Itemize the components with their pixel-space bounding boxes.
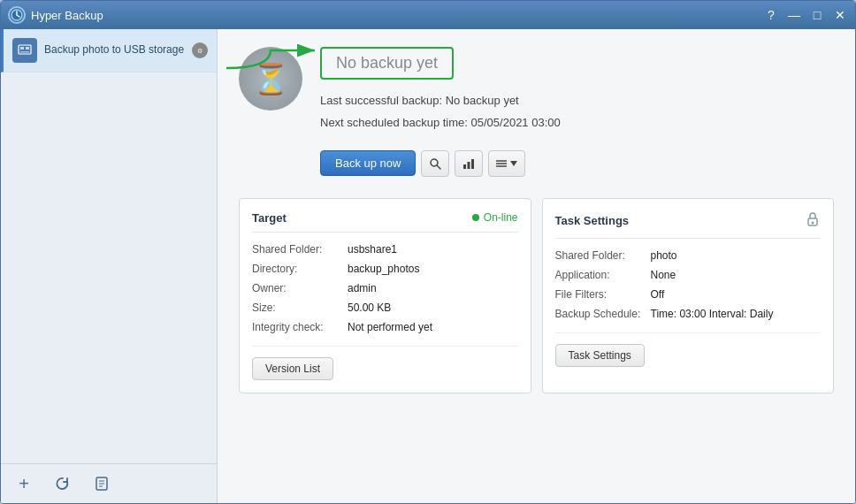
- table-row: Application: None: [555, 269, 822, 281]
- table-row: Directory: backup_photos: [252, 263, 518, 275]
- hourglass-icon: ⏳: [252, 61, 289, 96]
- table-row: Integrity check: Not performed yet: [252, 321, 518, 333]
- size-label: Size:: [252, 302, 340, 314]
- svg-marker-20: [510, 161, 517, 166]
- help-button[interactable]: ?: [763, 7, 779, 23]
- target-panel-header: Target On-line: [252, 211, 518, 233]
- task-settings-panel: Task Settings Shared Folder: p: [542, 198, 835, 393]
- online-status: On-line: [472, 211, 518, 224]
- task-settings-button[interactable]: Task Settings: [555, 344, 645, 367]
- table-row: Shared Folder: photo: [555, 249, 822, 262]
- minimize-button[interactable]: —: [786, 7, 802, 23]
- status-info: No backup yet Last successful backup: No…: [320, 47, 834, 133]
- table-row: File Filters: Off: [555, 288, 822, 301]
- table-row: Size: 50.00 KB: [252, 302, 518, 314]
- sidebar-item-label: Backup photo to USB storage: [44, 43, 185, 57]
- backup-schedule-value: Time: 03:00 Interval: Daily: [651, 308, 774, 320]
- search-button[interactable]: [421, 150, 449, 177]
- ts-shared-folder-label: Shared Folder:: [555, 249, 644, 262]
- sidebar-footer: +: [1, 463, 217, 503]
- owner-value: admin: [348, 282, 377, 294]
- lock-icon: [805, 211, 821, 231]
- status-dot: [472, 214, 479, 221]
- sidebar: Backup photo to USB storage ⚙ +: [1, 29, 218, 503]
- menu-button[interactable]: [488, 150, 525, 177]
- title-bar-left: Hyper Backup: [8, 6, 103, 24]
- svg-rect-15: [468, 162, 470, 169]
- backup-schedule-label: Backup Schedule:: [555, 308, 644, 320]
- file-filters-label: File Filters:: [555, 288, 644, 301]
- restore-button[interactable]: [50, 471, 75, 496]
- content-area: ⏳ No backup yet Last successful backup: …: [218, 29, 855, 503]
- info-panels: Target On-line Shared Folder: usbshare1 …: [239, 198, 834, 393]
- main-content: Backup photo to USB storage ⚙ +: [1, 29, 855, 503]
- sidebar-item-backup-photo[interactable]: Backup photo to USB storage ⚙: [1, 29, 217, 73]
- svg-rect-16: [471, 159, 474, 169]
- task-settings-rows: Shared Folder: photo Application: None F…: [555, 249, 822, 320]
- add-backup-button[interactable]: +: [11, 471, 36, 496]
- no-backup-badge: No backup yet: [320, 47, 454, 80]
- svg-text:⚙: ⚙: [197, 48, 203, 54]
- svg-line-13: [437, 165, 440, 169]
- task-settings-panel-footer: Task Settings: [555, 332, 822, 367]
- title-bar: Hyper Backup ? — □ ✕: [1, 1, 855, 29]
- target-panel: Target On-line Shared Folder: usbshare1 …: [239, 198, 531, 393]
- backup-icon: [12, 38, 37, 63]
- status-icon: ⏳: [239, 47, 302, 111]
- log-button[interactable]: [89, 471, 114, 496]
- last-backup-text: Last successful backup: No backup yet: [320, 92, 834, 111]
- sidebar-item-badge: ⚙: [192, 42, 208, 58]
- target-panel-footer: Version List: [252, 346, 518, 380]
- maximize-button[interactable]: □: [809, 7, 825, 23]
- app-icon: [8, 6, 26, 24]
- target-rows: Shared Folder: usbshare1 Directory: back…: [252, 243, 518, 333]
- title-bar-controls: ? — □ ✕: [763, 7, 848, 23]
- file-filters-value: Off: [651, 288, 665, 301]
- window-title: Hyper Backup: [31, 9, 103, 22]
- task-settings-title: Task Settings: [555, 214, 630, 227]
- app-window: Hyper Backup ? — □ ✕ Backup photo: [0, 0, 856, 504]
- integrity-value: Not performed yet: [348, 321, 432, 333]
- chart-button[interactable]: [455, 150, 483, 177]
- size-value: 50.00 KB: [348, 302, 391, 314]
- close-button[interactable]: ✕: [832, 7, 848, 23]
- svg-rect-14: [463, 164, 466, 169]
- online-label: On-line: [484, 211, 518, 224]
- svg-point-22: [812, 221, 814, 224]
- task-settings-panel-header: Task Settings: [555, 211, 822, 239]
- shared-folder-label: Shared Folder:: [252, 243, 340, 256]
- target-panel-title: Target: [252, 211, 287, 225]
- sidebar-spacer: [1, 73, 217, 463]
- shared-folder-value: usbshare1: [348, 243, 397, 256]
- svg-rect-2: [20, 47, 24, 50]
- next-scheduled-text: Next scheduled backup time: 05/05/2021 0…: [320, 114, 834, 133]
- application-label: Application:: [555, 269, 644, 281]
- status-section: ⏳ No backup yet Last successful backup: …: [239, 47, 834, 133]
- directory-value: backup_photos: [348, 263, 419, 275]
- application-value: None: [651, 269, 676, 281]
- svg-rect-4: [20, 51, 29, 53]
- svg-rect-3: [26, 47, 29, 50]
- back-up-now-button[interactable]: Back up now: [320, 150, 416, 176]
- ts-shared-folder-value: photo: [651, 249, 677, 262]
- table-row: Owner: admin: [252, 282, 518, 294]
- table-row: Backup Schedule: Time: 03:00 Interval: D…: [555, 308, 822, 320]
- owner-label: Owner:: [252, 282, 340, 294]
- version-list-button[interactable]: Version List: [252, 357, 333, 380]
- directory-label: Directory:: [252, 263, 340, 275]
- integrity-label: Integrity check:: [252, 321, 340, 333]
- action-buttons: Back up now: [320, 150, 834, 177]
- table-row: Shared Folder: usbshare1: [252, 243, 518, 256]
